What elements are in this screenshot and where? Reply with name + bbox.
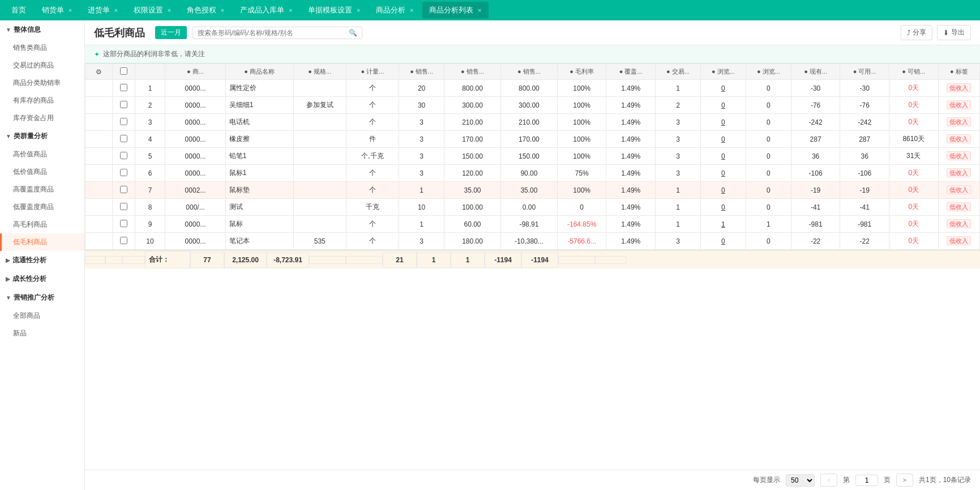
row-checkbox[interactable]	[120, 152, 127, 159]
period-button[interactable]: 近一月	[155, 26, 187, 39]
nav-analysis-list[interactable]: 商品分析列表 ×	[422, 2, 488, 19]
sidebar-item-low-coverage[interactable]: 低覆盖度商品	[0, 198, 84, 216]
col-header-sellable[interactable]: ● 可销...	[889, 64, 938, 80]
views1-link[interactable]: 1	[721, 220, 725, 228]
row-checkbox[interactable]	[120, 135, 127, 142]
row-views1[interactable]: 0	[700, 131, 746, 148]
col-header-transactions[interactable]: ● 交易...	[656, 64, 701, 80]
nav-analysis-list-close[interactable]: ×	[478, 7, 481, 14]
col-header-available[interactable]: ● 可用...	[840, 64, 889, 80]
col-header-name[interactable]: ● 商品名称	[225, 64, 293, 80]
row-views1[interactable]: 0	[700, 233, 746, 250]
row-checkbox[interactable]	[120, 203, 127, 210]
row-checkbox[interactable]	[120, 101, 127, 108]
views1-link[interactable]: 0	[721, 84, 725, 92]
row-views1[interactable]: 1	[700, 216, 746, 233]
next-page-btn[interactable]: ＞	[896, 474, 913, 487]
sidebar-item-high-value[interactable]: 高价值商品	[0, 146, 84, 163]
row-checkbox[interactable]	[120, 220, 127, 227]
nav-template-close[interactable]: ×	[357, 7, 360, 14]
nav-home[interactable]: 首页	[5, 2, 33, 19]
sidebar-item-capital[interactable]: 库存资金占用	[0, 109, 84, 127]
row-checkbox-cell[interactable]	[112, 199, 135, 216]
col-header-code[interactable]: ● 商...	[165, 64, 226, 80]
views1-link[interactable]: 0	[721, 203, 725, 211]
sidebar-section-marketing[interactable]: ▼ 营销推广分析	[0, 288, 84, 307]
views1-link[interactable]: 0	[721, 152, 725, 160]
sidebar-item-category-rate[interactable]: 商品分类助销率	[0, 74, 84, 92]
nav-role[interactable]: 角色授权 ×	[180, 2, 231, 19]
sidebar-item-low-margin[interactable]: 低毛利商品	[0, 233, 84, 251]
row-checkbox[interactable]	[120, 169, 127, 176]
sidebar-item-new-products[interactable]: 新品	[0, 325, 84, 342]
sidebar-item-in-stock[interactable]: 有库存的商品	[0, 92, 84, 109]
views1-link[interactable]: 0	[721, 101, 725, 109]
nav-purchase[interactable]: 进货单 ×	[81, 2, 125, 19]
nav-role-close[interactable]: ×	[221, 7, 224, 14]
nav-permission[interactable]: 权限设置 ×	[127, 2, 178, 19]
row-views1[interactable]: 0	[700, 80, 746, 97]
row-checkbox-cell[interactable]	[112, 216, 135, 233]
sidebar-item-low-value[interactable]: 低价值商品	[0, 163, 84, 181]
select-all-checkbox[interactable]	[120, 67, 127, 75]
row-checkbox[interactable]	[120, 118, 127, 125]
nav-product-entry[interactable]: 产成品入库单 ×	[233, 2, 299, 19]
col-header-unit[interactable]: ● 计量...	[346, 64, 399, 80]
sidebar-section-overall[interactable]: ▼ 整体信息	[0, 20, 84, 39]
col-header-views1[interactable]: ● 浏览...	[700, 64, 746, 80]
nav-product-entry-close[interactable]: ×	[289, 7, 292, 14]
row-views1[interactable]: 0	[700, 182, 746, 199]
export-button[interactable]: ⬇ 导出	[937, 25, 971, 40]
row-checkbox[interactable]	[120, 237, 127, 244]
row-views1[interactable]: 0	[700, 148, 746, 165]
nav-permission-close[interactable]: ×	[168, 7, 171, 14]
row-views1[interactable]: 0	[700, 114, 746, 131]
views1-link[interactable]: 0	[721, 118, 725, 126]
row-views1[interactable]: 0	[700, 165, 746, 182]
row-checkbox[interactable]	[120, 186, 127, 193]
col-header-sales-amt[interactable]: ● 销售...	[444, 64, 501, 80]
sidebar-item-all-products[interactable]: 全部商品	[0, 307, 84, 325]
views1-link[interactable]: 0	[721, 237, 725, 245]
per-page-select[interactable]: 50 20 100	[786, 474, 815, 487]
col-header-tag[interactable]: ● 标签	[938, 64, 979, 80]
row-checkbox-cell[interactable]	[112, 165, 135, 182]
share-button[interactable]: ⤴ 分享	[901, 25, 932, 40]
col-header-sales-cost[interactable]: ● 销售...	[500, 64, 557, 80]
row-checkbox-cell[interactable]	[112, 97, 135, 114]
row-checkbox-cell[interactable]	[112, 148, 135, 165]
search-input[interactable]	[198, 29, 346, 37]
row-checkbox-cell[interactable]	[112, 182, 135, 199]
col-header-current-stock[interactable]: ● 现有...	[791, 64, 840, 80]
col-header-check[interactable]	[112, 64, 135, 80]
sidebar-section-cluster[interactable]: ▼ 类群量分析	[0, 127, 84, 146]
sidebar-item-traded[interactable]: 交易过的商品	[0, 57, 84, 74]
views1-link[interactable]: 0	[721, 186, 725, 194]
row-views1[interactable]: 0	[700, 97, 746, 114]
col-header-sales-qty[interactable]: ● 销售...	[399, 64, 444, 80]
search-icon[interactable]: 🔍	[349, 29, 357, 37]
sidebar-item-high-coverage[interactable]: 高覆盖度商品	[0, 181, 84, 198]
sidebar-item-high-margin[interactable]: 高毛利商品	[0, 216, 84, 233]
sidebar-item-sales-products[interactable]: 销售类商品	[0, 39, 84, 57]
prev-page-btn[interactable]: ＜	[820, 474, 837, 487]
row-views1[interactable]: 0	[700, 199, 746, 216]
col-header-spec[interactable]: ● 规格...	[293, 64, 346, 80]
nav-sales[interactable]: 销货单 ×	[35, 2, 79, 19]
col-header-gross[interactable]: ● 毛利率	[557, 64, 606, 80]
nav-purchase-close[interactable]: ×	[114, 7, 118, 14]
col-header-coverage[interactable]: ● 覆盖...	[606, 64, 656, 80]
row-checkbox-cell[interactable]	[112, 114, 135, 131]
page-number-input[interactable]	[855, 475, 878, 486]
col-header-settings[interactable]: ⚙	[85, 64, 113, 80]
row-checkbox[interactable]	[120, 84, 127, 91]
nav-sales-close[interactable]: ×	[69, 7, 72, 14]
nav-analysis[interactable]: 商品分析 ×	[369, 2, 420, 19]
sidebar-section-growth[interactable]: ▶ 成长性分析	[0, 270, 84, 288]
col-header-views2[interactable]: ● 浏览...	[746, 64, 791, 80]
nav-analysis-close[interactable]: ×	[410, 7, 413, 14]
sidebar-section-liquidity[interactable]: ▶ 流通性分析	[0, 251, 84, 270]
row-checkbox-cell[interactable]	[112, 131, 135, 148]
row-checkbox-cell[interactable]	[112, 233, 135, 250]
views1-link[interactable]: 0	[721, 169, 725, 177]
